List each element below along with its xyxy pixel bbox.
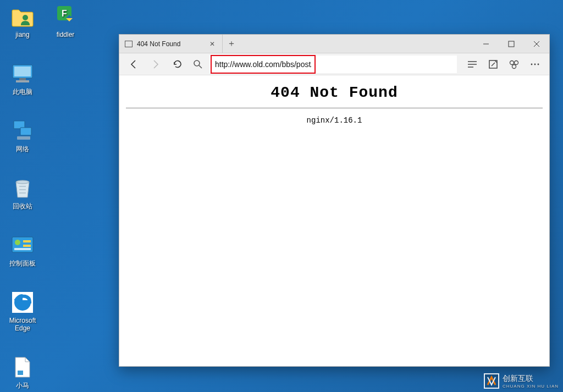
watermark-brand: 创新互联 (503, 374, 533, 383)
window-controls (473, 35, 549, 53)
server-signature: nginx/1.16.1 (126, 116, 543, 125)
fiddler-icon: F (53, 4, 78, 29)
address-bar[interactable] (209, 56, 457, 73)
divider (126, 108, 543, 108)
svg-point-30 (515, 60, 518, 64)
address-input[interactable] (215, 60, 311, 69)
svg-rect-18 (18, 371, 23, 375)
desktop-icon-fiddler[interactable]: F fiddler (45, 4, 86, 38)
svg-rect-16 (14, 248, 31, 250)
desktop-icon-user-folder[interactable]: jiang (2, 4, 43, 38)
svg-rect-14 (23, 240, 31, 242)
reading-view-button[interactable] (462, 54, 482, 74)
svg-point-23 (194, 60, 200, 66)
folder-user-icon (10, 4, 35, 29)
titlebar: 404 Not Found ✕ ＋ (119, 35, 549, 53)
desktop-icon-label: 此电脑 (13, 88, 32, 96)
svg-point-0 (23, 15, 28, 20)
desktop-icon-control-panel[interactable]: 控制面板 (2, 233, 43, 267)
svg-text:F: F (62, 9, 67, 18)
browser-tab[interactable]: 404 Not Found ✕ (119, 35, 223, 53)
desktop-icon-this-pc[interactable]: 此电脑 (2, 62, 43, 96)
svg-point-33 (534, 63, 536, 65)
control-panel-icon (10, 233, 35, 257)
svg-rect-15 (23, 245, 31, 247)
svg-rect-7 (16, 80, 29, 82)
svg-line-24 (199, 65, 202, 68)
watermark: 创新互联 CHUANG XIN HU LIAN (484, 373, 559, 389)
new-tab-button[interactable]: ＋ (223, 35, 240, 53)
svg-point-11 (16, 180, 29, 184)
more-button[interactable] (525, 54, 545, 74)
desktop-icon-network[interactable]: 网络 (2, 119, 43, 153)
tab-title: 404 Not Found (137, 40, 207, 48)
notes-button[interactable] (483, 54, 503, 74)
svg-rect-5 (14, 67, 31, 76)
svg-rect-10 (17, 136, 30, 140)
desktop-icon-edge[interactable]: Microsoft Edge (2, 290, 43, 332)
address-highlight-annotation (211, 55, 316, 74)
svg-point-31 (512, 64, 516, 68)
desktop-icon-label: 小马 (16, 382, 29, 389)
toolbar-right-tools (462, 54, 545, 74)
svg-point-29 (510, 60, 514, 64)
desktop-icon-label: fiddler (57, 31, 75, 38)
watermark-sub: CHUANG XIN HU LIAN (503, 384, 559, 389)
maximize-button[interactable] (499, 35, 524, 53)
desktop-icon-label: jiang (15, 31, 29, 38)
browser-window: 404 Not Found ✕ ＋ (119, 34, 550, 367)
desktop-icon-label: 回收站 (13, 202, 32, 210)
page-icon (125, 41, 133, 47)
file-icon (10, 355, 35, 379)
minimize-button[interactable] (473, 35, 499, 53)
refresh-button[interactable] (168, 54, 187, 74)
watermark-text: 创新互联 CHUANG XIN HU LIAN (503, 374, 559, 389)
back-button[interactable] (124, 54, 143, 74)
this-pc-icon (10, 62, 35, 86)
desktop-icon-label: Microsoft Edge (9, 317, 36, 332)
svg-rect-6 (19, 78, 26, 80)
recycle-bin-icon (10, 176, 35, 200)
share-button[interactable] (504, 54, 524, 74)
desktop-icon-xiaoma[interactable]: 小马 (2, 355, 43, 389)
page-content: 404 Not Found nginx/1.16.1 (119, 75, 549, 366)
svg-point-32 (531, 63, 533, 65)
network-icon (10, 119, 35, 143)
search-icon[interactable] (190, 59, 206, 69)
error-heading: 404 Not Found (126, 84, 543, 101)
svg-rect-9 (20, 128, 31, 135)
titlebar-spacer (240, 35, 473, 53)
desktop-icon-label: 控制面板 (9, 260, 36, 267)
window-close-button[interactable] (524, 35, 549, 53)
edge-icon (10, 290, 35, 314)
forward-button[interactable] (146, 54, 165, 74)
watermark-logo-icon (484, 373, 499, 389)
svg-point-34 (538, 63, 539, 65)
tab-close-button[interactable]: ✕ (207, 40, 218, 48)
desktop-icon-recycle-bin[interactable]: 回收站 (2, 176, 43, 210)
svg-point-13 (15, 240, 20, 245)
browser-toolbar (119, 53, 549, 75)
desktop-icon-label: 网络 (16, 145, 29, 153)
svg-rect-20 (509, 41, 514, 47)
